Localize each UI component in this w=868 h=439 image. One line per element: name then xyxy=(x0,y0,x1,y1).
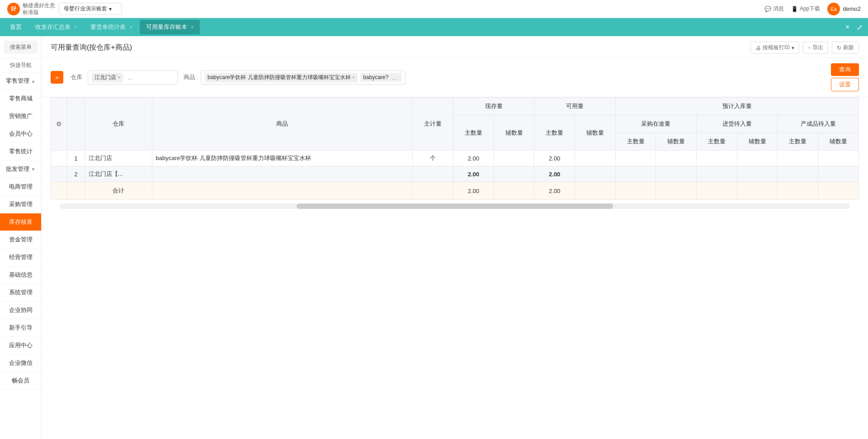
col-unit: 主计量 xyxy=(413,98,453,151)
close-tab-order[interactable]: × xyxy=(129,24,132,30)
col-avail-main: 主数量 xyxy=(534,115,575,151)
filter-actions: 查询 设置 xyxy=(831,63,859,91)
query-btn[interactable]: 查询 xyxy=(831,63,859,76)
table-container: ⚙ 仓库 商品 主计量 现存量 可用量 预计入库量 主数量 辅数 xyxy=(42,97,868,218)
col-prod-incoming-sub: 辅数量 xyxy=(818,133,859,151)
sidebar-item-app-center[interactable]: 应用中心 xyxy=(0,337,41,354)
tab-available-stock[interactable]: 可用量库存账本 × xyxy=(140,20,200,34)
col-stock-main: 主数量 xyxy=(453,115,494,151)
avatar: Ea xyxy=(827,3,840,15)
warehouse-tag-1: 江北门店 × xyxy=(92,73,123,82)
nav-tabs-right: × ⤢ xyxy=(844,22,864,33)
col-stock-group: 现存量 xyxy=(453,98,534,115)
sidebar-item-enterprise-collab[interactable]: 企业协同 xyxy=(0,302,41,319)
sidebar: 搜索菜单 快捷导航 零售管理 ▲ 零售商城 营销推广 会员中心 零售统计 批发管… xyxy=(0,36,42,439)
sidebar-item-basic-info[interactable]: 基础信息 xyxy=(0,266,41,284)
settings-btn[interactable]: 设置 xyxy=(831,78,859,91)
col-prod-incoming-main: 主数量 xyxy=(778,133,818,151)
col-product-incoming-group: 产成品待入量 xyxy=(778,115,859,133)
close-window-btn[interactable]: × xyxy=(844,22,851,32)
sidebar-item-marketing[interactable]: 营销推广 xyxy=(0,108,41,125)
sidebar-item-system[interactable]: 系统管理 xyxy=(0,284,41,302)
chevron-down-icon: ▾ xyxy=(109,6,112,12)
sidebar-item-new-guide[interactable]: 新手引导 xyxy=(0,319,41,337)
page-container: 可用量查询(按仓库+商品) 🖨 按模板打印 ▾ ↑ 导出 ↻ 刷新 xyxy=(42,36,868,439)
sidebar-item-vip[interactable]: 畅会员 xyxy=(0,372,41,390)
col-pur-transit-sub: 辅数量 xyxy=(656,133,697,151)
warehouse-filter-label: 仓库 xyxy=(71,73,82,81)
logo-text: 畅捷通好生意 标准版 xyxy=(23,2,55,15)
refresh-btn[interactable]: ↻ 刷新 xyxy=(832,42,859,54)
chevron-down-icon-print: ▾ xyxy=(792,45,794,51)
maximize-btn[interactable]: ⤢ xyxy=(855,22,864,33)
logo-icon: 好 xyxy=(7,3,20,15)
sidebar-item-wholesale[interactable]: 批发管理 ▼ xyxy=(0,160,41,178)
table-row: 1 江北门店 babycare学饮杯 儿童防摔防撞吸管杯重力球吸嘴杯宝宝水杯 个… xyxy=(51,151,859,166)
col-purchase-incoming-group: 进货待入量 xyxy=(697,115,778,133)
message-icon: 💬 xyxy=(764,6,771,12)
sidebar-item-ops[interactable]: 经营管理 xyxy=(0,249,41,266)
expand-icon: » xyxy=(55,74,59,81)
remove-product-tag-1[interactable]: × xyxy=(352,75,355,80)
sidebar-item-retail-mgmt[interactable]: 零售管理 ▲ xyxy=(0,72,41,90)
page-title: 可用量查询(按仓库+商品) xyxy=(51,43,132,52)
sidebar-quick-nav[interactable]: 快捷导航 xyxy=(0,59,41,72)
column-settings-btn[interactable]: ⚙ xyxy=(56,120,62,127)
horizontal-scrollbar[interactable] xyxy=(51,203,859,209)
col-stock-sub: 辅数量 xyxy=(494,115,534,151)
export-icon: ↑ xyxy=(808,45,811,51)
sidebar-item-finance[interactable]: 资金管理 xyxy=(0,231,41,249)
col-available-group: 可用量 xyxy=(534,98,615,115)
warehouse-filter-input[interactable]: 江北门店 × ... xyxy=(88,71,178,85)
col-row-num xyxy=(67,98,85,151)
sidebar-search-area: 搜索菜单 xyxy=(0,36,41,59)
main-layout: 搜索菜单 快捷导航 零售管理 ▲ 零售商城 营销推广 会员中心 零售统计 批发管… xyxy=(0,36,868,439)
content-area: 可用量查询(按仓库+商品) 🖨 按模板打印 ▾ ↑ 导出 ↻ 刷新 xyxy=(42,36,868,439)
filter-toggle-btn[interactable]: » xyxy=(51,71,63,84)
chevron-icon-wholesale: ▼ xyxy=(31,167,36,172)
col-pur-transit-main: 主数量 xyxy=(615,133,656,151)
close-tab-receipt[interactable]: × xyxy=(74,24,77,30)
search-menu-btn[interactable]: 搜索菜单 xyxy=(4,41,38,54)
sidebar-item-member[interactable]: 会员中心 xyxy=(0,125,41,143)
product-tag-2: babycare? ... xyxy=(360,73,401,82)
nav-tabs: 首页 收发存汇总表 × 要货单统计表 × 可用量库存账本 × × ⤢ xyxy=(0,18,868,36)
sidebar-item-purchase[interactable]: 采购管理 xyxy=(0,196,41,213)
col-avail-sub: 辅数量 xyxy=(575,115,616,151)
tab-receipt-summary[interactable]: 收发存汇总表 × xyxy=(29,20,83,34)
tab-order-stats[interactable]: 要货单统计表 × xyxy=(84,20,138,34)
product-filter-label: 商品 xyxy=(184,73,195,81)
col-settings: ⚙ xyxy=(51,98,67,151)
warehouse-ellipsis: ... xyxy=(126,74,135,81)
top-bar-right: 💬 消息 📱 App下载 Ea demo2 xyxy=(764,3,861,15)
sidebar-item-retail-mall[interactable]: 零售商城 xyxy=(0,90,41,108)
chevron-icon: ▲ xyxy=(31,79,36,84)
sidebar-item-wechat[interactable]: 企业微信 xyxy=(0,354,41,372)
tab-home[interactable]: 首页 xyxy=(4,20,28,34)
col-incoming-main: 主数量 xyxy=(697,133,737,151)
company-selector[interactable]: 母婴行业演示账套 ▾ xyxy=(59,3,122,15)
scrollbar-thumb[interactable] xyxy=(297,203,613,209)
page-header: 可用量查询(按仓库+商品) 🖨 按模板打印 ▾ ↑ 导出 ↻ 刷新 xyxy=(42,36,868,58)
sidebar-item-retail-stats[interactable]: 零售统计 xyxy=(0,143,41,160)
sidebar-item-inventory[interactable]: 库存核算 xyxy=(0,213,41,231)
data-table: ⚙ 仓库 商品 主计量 现存量 可用量 预计入库量 主数量 辅数 xyxy=(51,97,859,200)
download-icon: 📱 xyxy=(791,6,798,12)
product-filter-input[interactable]: babycare学饮杯 儿童防摔防撞吸管杯重力球吸嘴杯宝宝水杯 × babyca… xyxy=(201,71,406,85)
col-incoming-sub: 辅数量 xyxy=(737,133,778,151)
col-product: 商品 xyxy=(152,98,413,151)
message-btn[interactable]: 💬 消息 xyxy=(764,5,784,13)
filter-area: » 仓库 江北门店 × ... 商品 babycare学饮杯 儿童防摔 xyxy=(42,58,868,97)
user-info[interactable]: Ea demo2 xyxy=(827,3,861,15)
remove-warehouse-tag[interactable]: × xyxy=(118,75,120,80)
refresh-icon: ↻ xyxy=(837,45,841,51)
filter-row: 仓库 江北门店 × ... 商品 babycare学饮杯 儿童防摔防撞吸管杯重力… xyxy=(71,71,824,85)
export-btn[interactable]: ↑ 导出 xyxy=(803,42,828,54)
col-purchase-transit-group: 采购在途量 xyxy=(615,115,696,133)
app-download-btn[interactable]: 📱 App下载 xyxy=(791,5,820,13)
sidebar-item-ecommerce[interactable]: 电商管理 xyxy=(0,178,41,196)
print-btn[interactable]: 🖨 按模板打印 ▾ xyxy=(750,42,799,54)
top-bar: 好 畅捷通好生意 标准版 母婴行业演示账套 ▾ 💬 消息 📱 App下载 Ea … xyxy=(0,0,868,18)
col-incoming-group: 预计入库量 xyxy=(615,98,859,115)
close-tab-available[interactable]: × xyxy=(191,24,193,30)
